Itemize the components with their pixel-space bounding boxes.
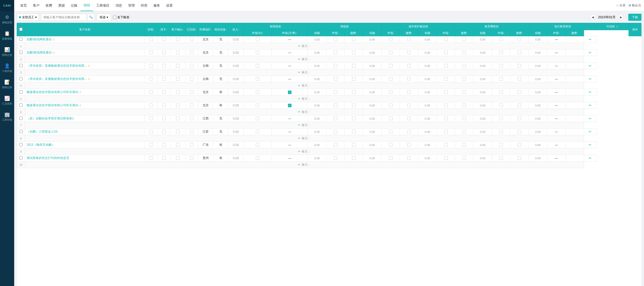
row-checkbox[interactable] xyxy=(19,77,23,80)
cs-cf-cell[interactable] xyxy=(400,142,418,148)
sidebar-item-baoshuizonglan[interactable]: 📊 报税总览 xyxy=(0,44,14,60)
cs-cf-cell[interactable] xyxy=(400,63,418,69)
th-cs-sb[interactable]: 申报↑ xyxy=(382,30,400,36)
df-cf-cell[interactable] xyxy=(510,49,529,56)
th-shuikong[interactable]: 税控设备↑ xyxy=(213,23,228,36)
yiwanshu-cell[interactable] xyxy=(185,49,198,56)
sidebar-item-huizong[interactable]: 📈 汇总面表 xyxy=(0,92,14,109)
employee-filter[interactable]: 全部员工 ▾ xyxy=(17,14,39,21)
df-sb-cell[interactable] xyxy=(492,115,510,122)
jy-sb-cell[interactable] xyxy=(437,142,455,148)
zz-cf-cell[interactable] xyxy=(345,115,363,122)
df-sb-cell[interactable] xyxy=(492,76,510,82)
chaoshu-cell[interactable] xyxy=(145,63,158,69)
vip-btn[interactable]: ⊞ 畅会员 xyxy=(629,3,641,8)
th-shouru[interactable]: 收入↑ xyxy=(228,23,244,36)
edit-icon[interactable]: ✏ xyxy=(589,38,592,41)
row-checkbox[interactable] xyxy=(19,90,23,94)
next-month-button[interactable]: ▶ xyxy=(618,14,624,20)
action-cell[interactable]: ✏ xyxy=(584,49,597,56)
cs-cf-cell[interactable] xyxy=(400,115,418,122)
yiwanshu-cell[interactable] xyxy=(185,155,198,162)
yiwanshu-cell[interactable] xyxy=(185,63,198,69)
chaoshu-cell[interactable] xyxy=(145,129,158,135)
caibao-year-cell[interactable] xyxy=(244,89,272,96)
action-cell[interactable]: ✏ xyxy=(584,115,597,122)
jy-cf-cell[interactable] xyxy=(455,63,473,69)
nav-shezhi[interactable]: 设置 xyxy=(163,0,176,11)
customer-name-cell[interactable]: 勿删!新锐网络通信 ⚠ xyxy=(25,49,145,56)
jy-cf-cell[interactable] xyxy=(455,36,473,43)
caibao-year-cell[interactable] xyxy=(244,142,272,148)
action-cell[interactable]: ✏ xyxy=(584,89,597,96)
note-content-cell[interactable]: ✏ 备注： xyxy=(25,109,584,115)
note-content-cell[interactable]: ✏ 备注： xyxy=(25,96,584,102)
row-select-cell[interactable] xyxy=(17,76,25,82)
action-cell[interactable]: ✏ xyxy=(584,142,597,148)
caibao-month-cell[interactable]: — xyxy=(272,36,308,43)
zz-sb-cell[interactable] xyxy=(326,155,345,162)
jy-cf-cell[interactable] xyxy=(455,89,473,96)
df-cf-cell[interactable] xyxy=(510,115,529,122)
edit-icon[interactable]: ✏ xyxy=(589,51,592,55)
sidebar-item-baoshuishezhi[interactable]: ⚙ 报税设置 xyxy=(0,11,14,27)
row-checkbox[interactable] xyxy=(19,143,23,146)
qingka-cell[interactable] xyxy=(158,76,170,82)
zz-sb-cell[interactable] xyxy=(326,36,345,43)
zz-sb-cell[interactable] xyxy=(326,129,345,135)
qingka-cell[interactable] xyxy=(158,102,170,109)
cs-sb-cell[interactable] xyxy=(382,63,400,69)
row-checkbox[interactable] xyxy=(19,156,23,159)
caibao-month-cell[interactable]: — xyxy=(272,129,308,135)
search-button[interactable]: 🔍 xyxy=(88,14,95,21)
kehu-confirm-cell[interactable] xyxy=(170,115,185,122)
th-zz-sb[interactable]: 申报↑ xyxy=(326,30,345,36)
jy-sb-cell[interactable] xyxy=(437,89,455,96)
nav-xiaoxi[interactable]: 消息 xyxy=(112,0,125,11)
jy-cf-cell[interactable] xyxy=(455,129,473,135)
zz-sb-cell[interactable] xyxy=(326,76,345,82)
df-sb-cell[interactable] xyxy=(492,129,510,135)
note-content-cell[interactable]: ✏ 备注： xyxy=(25,135,584,142)
row-select-cell[interactable] xyxy=(17,115,25,122)
df-cf-cell[interactable] xyxy=(510,76,529,82)
caibao-month-cell[interactable]: — xyxy=(272,115,308,122)
th-region[interactable]: 所属地区↑ xyxy=(198,23,213,36)
row-checkbox[interactable] xyxy=(19,38,23,41)
jy-sb-cell[interactable] xyxy=(437,102,455,109)
row-select-cell[interactable] xyxy=(17,49,25,56)
prev-month-button[interactable]: ◀ xyxy=(590,14,596,20)
jy-cf-cell[interactable] xyxy=(455,49,473,56)
action-cell[interactable]: ✏ xyxy=(584,76,597,82)
cs-cf-cell[interactable] xyxy=(400,36,418,43)
th-jy-cf[interactable]: 撤费↑ xyxy=(455,30,473,36)
df-cf-cell[interactable] xyxy=(510,36,529,43)
cs-sb-cell[interactable] xyxy=(382,76,400,82)
cs-cf-cell[interactable] xyxy=(400,76,418,82)
df-cf-cell[interactable] xyxy=(510,142,529,148)
customer-name-cell[interactable]: 畅捷通信息技术股份有限公司民非测试 ⚠ xyxy=(25,102,145,109)
main-table-container[interactable]: 客户名称 抄税↑ 清卡↑ 客户确认↑ 已完税↑ 所属地区↑ 税控设备↑ 收入↑ … xyxy=(17,23,641,286)
caibao-year-cell[interactable] xyxy=(244,76,272,82)
sidebar-item-piliangbaoshu[interactable]: 📋 批量报税 xyxy=(0,27,14,44)
df-cf-cell[interactable] xyxy=(510,155,529,162)
caibao-month-cell[interactable]: ✓ xyxy=(272,102,308,109)
cs-cf-cell[interactable] xyxy=(400,102,418,109)
zz-sb-cell[interactable] xyxy=(326,89,345,96)
th-df-cf[interactable]: 撤费↑ xyxy=(510,30,529,36)
edit-icon[interactable]: ✏ xyxy=(589,130,592,134)
row-select-cell[interactable] xyxy=(17,155,25,162)
nav-baoshu[interactable]: 报税 xyxy=(81,0,93,11)
sidebar-item-baoshuijilu[interactable]: 📝 报税记录 xyxy=(0,76,14,92)
yiwanshu-cell[interactable] xyxy=(185,89,198,96)
cs-sb-cell[interactable] xyxy=(382,155,400,162)
cs-sb-cell[interactable] xyxy=(382,115,400,122)
th-zz-cf[interactable]: 撤费↑ xyxy=(345,30,363,36)
sidebar-item-geshuishenbao[interactable]: 👤 个税申报 xyxy=(0,60,14,76)
action-cell[interactable]: ✏ xyxy=(584,36,597,43)
zz-cf-cell[interactable] xyxy=(345,49,363,56)
nav-gongshang[interactable]: 工商项目 xyxy=(93,0,112,11)
kehu-confirm-cell[interactable] xyxy=(170,155,185,162)
th-chaoshu[interactable]: 抄税↑ xyxy=(145,23,158,36)
th-caibao-year[interactable]: 申报(年)↑ xyxy=(244,30,272,36)
